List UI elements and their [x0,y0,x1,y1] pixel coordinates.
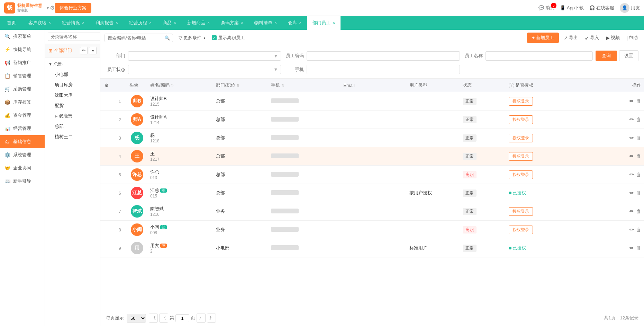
tab-barcode[interactable]: 条码方案 × [215,16,249,30]
app-download-button[interactable]: 📱 App下载 [560,5,584,11]
delete-button-3[interactable]: 🗑 [636,153,641,159]
sidebar-item-system[interactable]: ⚙️ 系统管理 [0,148,45,161]
experience-button[interactable]: 体验行业方案 [55,3,91,13]
sidebar-item-collab[interactable]: 🤝 企业协同 [0,161,45,175]
dept-node-xiaodibu[interactable]: 小电部 [45,69,100,80]
sidebar-item-sales[interactable]: 📋 销售管理 [0,69,45,82]
edit-button-7[interactable]: ✏ [629,227,634,233]
dept-node-zhishu[interactable]: 植树王二 [45,132,100,142]
tab-warehouse[interactable]: 仓库 × [282,16,307,30]
sidebar-item-search[interactable]: 🔍 搜索菜单 [0,30,45,43]
th-name-sort[interactable]: 姓名/编码 ⇅ [150,82,210,88]
tab-add-goods[interactable]: 新增商品 × [182,16,215,30]
empname-input[interactable] [486,51,593,61]
dept-node-shuangluxiang[interactable]: ▶ 双鹿想 [45,111,100,121]
auth-button-3[interactable]: 授权登录 [509,152,533,161]
dept-node-zongbu[interactable]: 总部 [45,121,100,132]
auth-button-6[interactable]: 授权登录 [509,207,533,216]
help-button[interactable]: | 帮助 [625,33,640,42]
auth-button-7[interactable]: 授权登录 [509,226,533,234]
message-button[interactable]: 💬 消息 5 [538,5,554,11]
import-button[interactable]: ↙ 导入 [583,33,601,42]
dropdown-arrow-btn[interactable]: ▼ [46,6,50,10]
phone-input[interactable] [307,65,460,74]
export-button[interactable]: ↗ 导出 [562,33,580,42]
edit-button-0[interactable]: ✏ [629,98,634,104]
edit-button-1[interactable]: ✏ [629,116,634,123]
user-button[interactable]: 👤 用友 [620,3,640,13]
search-icon[interactable]: 🔍 [164,35,170,41]
page-prev-button[interactable]: 〈 [159,314,168,323]
th-name[interactable]: 姓名/编码 ⇅ [147,79,213,92]
sidebar-item-mgmt[interactable]: 📊 经营管理 [0,122,45,135]
tab-employee-close[interactable]: × [333,20,335,25]
dept-node-peihuo[interactable]: 配货 [45,100,100,111]
edit-button-5[interactable]: ✏ [629,190,634,196]
sidebar-item-basics[interactable]: 🗂 基础信息 [0,135,45,148]
th-settings[interactable]: ⚙ [100,79,113,92]
search-confirm-button[interactable]: 查询 [596,51,617,61]
settings-icon[interactable]: ⚙ [50,5,55,11]
th-phone-sort[interactable]: 手机 ⇅ [271,82,338,88]
th-phone[interactable]: 手机 ⇅ [268,79,341,92]
dept-node-root[interactable]: ▼ 总部 [45,59,100,69]
auth-button-4[interactable]: 授权登录 [509,170,533,179]
page-first-button[interactable]: 《 [149,314,158,323]
delete-button-1[interactable]: 🗑 [636,116,641,123]
page-last-button[interactable]: 》 [207,314,216,323]
dept-node-xiangmu[interactable]: 项目库房 [45,80,100,90]
edit-button-4[interactable]: ✏ [629,171,634,178]
delete-button-7[interactable]: 🗑 [636,227,641,233]
tab-goods-close[interactable]: × [174,20,176,25]
edit-button-6[interactable]: ✏ [629,208,634,214]
dept-collapse-icon[interactable]: » [89,47,97,54]
dept-select[interactable]: ▼ [128,51,281,61]
dept-edit-icon[interactable]: ✏ [80,47,88,54]
dept-search-input[interactable] [48,33,100,41]
auth-button-0[interactable]: 授权登录 [509,97,533,106]
more-filter-button[interactable]: ▽ 更多条件 ▲ [176,33,209,42]
show-resigned-checkbox[interactable]: ✓ 显示离职员工 [212,35,245,41]
tab-home[interactable]: 首页 [0,16,23,30]
edit-button-8[interactable]: ✏ [629,245,634,251]
edit-button-3[interactable]: ✏ [629,153,634,159]
tab-employee[interactable]: 部门员工 × [307,16,341,30]
view-button[interactable]: ▶ 视频 [604,33,622,42]
auth-button-2[interactable]: 授权登录 [509,134,533,142]
delete-button-2[interactable]: 🗑 [636,135,641,141]
delete-button-5[interactable]: 🗑 [636,190,641,196]
edit-button-2[interactable]: ✏ [629,135,634,141]
tab-operation[interactable]: 经营情况 × [56,16,90,30]
add-employee-button[interactable]: + 新增员工 [527,33,559,43]
sidebar-item-quick-nav[interactable]: ⚡ 快捷导航 [0,43,45,56]
tab-bom[interactable]: 物料清单 × [249,16,282,30]
page-num-input[interactable] [175,314,189,322]
delete-button-8[interactable]: 🗑 [636,245,641,251]
delete-button-6[interactable]: 🗑 [636,208,641,214]
empstatus-select[interactable]: ▼ [128,65,281,74]
th-dept-sort[interactable]: 部门/职位 ⇅ [216,82,265,88]
delete-button-0[interactable]: 🗑 [636,98,641,104]
th-dept[interactable]: 部门/职位 ⇅ [213,79,268,92]
tab-goods[interactable]: 商品 × [157,16,182,30]
page-next-button[interactable]: 〉 [197,314,206,323]
tab-bom-close[interactable]: × [274,20,277,25]
info-icon[interactable]: i [509,83,514,88]
search-input[interactable] [108,35,163,41]
tab-barcode-close[interactable]: × [241,20,243,25]
setup-button[interactable]: 设置 [619,50,638,61]
auth-button-1[interactable]: 授权登录 [509,115,533,124]
tab-operation-close[interactable]: × [82,20,84,25]
per-page-select[interactable]: 50 20 100 [127,314,146,323]
sidebar-item-guide[interactable]: 📖 新手引导 [0,175,45,188]
sidebar-item-inventory[interactable]: 📦 库存核算 [0,96,45,109]
tab-customer-close[interactable]: × [48,20,51,25]
tab-add-goods-close[interactable]: × [207,20,210,25]
empcode-input[interactable] [307,51,460,61]
delete-button-4[interactable]: 🗑 [636,171,641,178]
tab-profit[interactable]: 利润报告 × [90,16,124,30]
sidebar-item-marketing[interactable]: 📢 营销推广 [0,56,45,69]
tab-customer[interactable]: 客户联络 × [23,16,56,30]
sidebar-item-finance[interactable]: 💰 资金管理 [0,109,45,122]
tab-warehouse-close[interactable]: × [299,20,301,25]
